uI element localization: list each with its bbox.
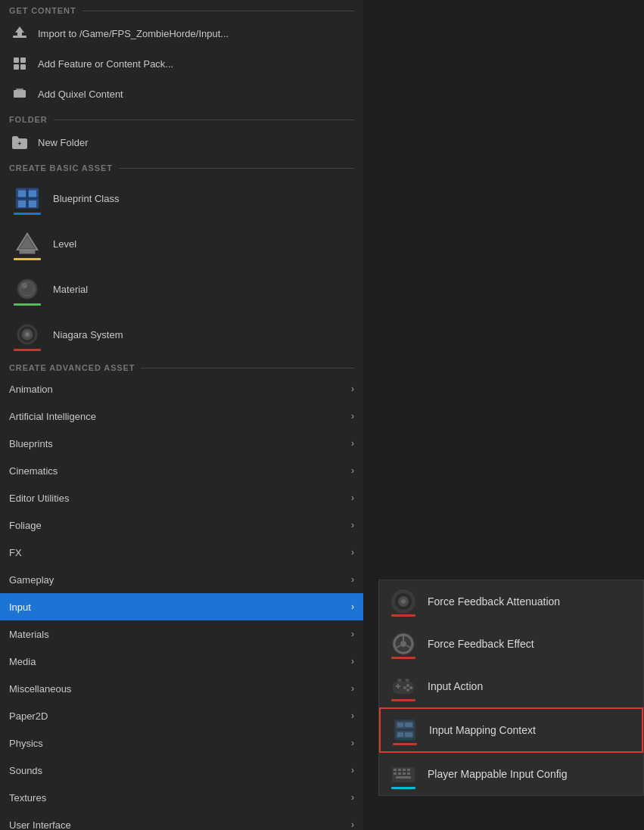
folder-icon: + [9, 132, 30, 153]
materials-chevron: › [351, 629, 354, 639]
sounds-item[interactable]: Sounds › [0, 757, 363, 784]
level-button[interactable]: Level [0, 221, 363, 266]
svg-rect-57 [394, 769, 397, 771]
foliage-label: Foliage [9, 520, 344, 531]
input-mapping-context-item[interactable]: Input Mapping Context [379, 707, 643, 753]
input-item[interactable]: Input › [0, 593, 363, 620]
svg-point-21 [18, 280, 36, 298]
level-label: Level [53, 238, 354, 250]
section-folder: FOLDER [0, 109, 363, 127]
new-folder-button[interactable]: + New Folder [0, 127, 363, 157]
foliage-item[interactable]: Foliage › [0, 511, 363, 539]
gameplay-item[interactable]: Gameplay › [0, 566, 363, 593]
svg-rect-55 [405, 732, 412, 737]
textures-label: Textures [9, 792, 344, 804]
feature-icon [9, 53, 30, 74]
svg-rect-2 [14, 58, 19, 63]
player-mappable-input-config-label: Player Mappable Input Config [428, 768, 567, 780]
section-basic-asset: CREATE BASIC ASSET [0, 157, 363, 176]
cinematics-item[interactable]: Cinematics › [0, 457, 363, 484]
user-interface-label: User Interface [9, 819, 344, 831]
svg-point-36 [400, 641, 406, 647]
section-get-content: GET CONTENT [0, 0, 363, 18]
svg-rect-48 [405, 679, 409, 682]
svg-rect-10 [18, 191, 26, 199]
ai-chevron: › [351, 411, 354, 421]
svg-point-44 [409, 686, 412, 689]
input-mapping-context-label: Input Mapping Context [429, 724, 536, 736]
animation-item[interactable]: Animation › [0, 375, 363, 403]
force-feedback-attenuation-item[interactable]: Force Feedback Attenuation [379, 580, 643, 623]
input-chevron: › [351, 602, 354, 612]
blueprints-label: Blueprints [9, 438, 344, 449]
import-button[interactable]: Import to /Game/FPS_ZombieHorde/Input... [0, 18, 363, 48]
svg-rect-0 [13, 36, 26, 38]
import-label: Import to /Game/FPS_ZombieHorde/Input... [38, 28, 354, 39]
svg-rect-13 [29, 201, 37, 207]
svg-rect-62 [398, 772, 401, 775]
material-label: Material [53, 284, 354, 295]
textures-chevron: › [351, 792, 354, 803]
user-interface-item[interactable]: User Interface › [0, 811, 363, 830]
force-feedback-attenuation-label: Force Feedback Attenuation [428, 595, 560, 608]
input-action-label: Input Action [428, 680, 483, 692]
blueprints-chevron: › [351, 438, 354, 449]
svg-rect-61 [394, 772, 397, 775]
input-action-icon [388, 671, 418, 701]
materials-item[interactable]: Materials › [0, 620, 363, 648]
sounds-chevron: › [351, 765, 354, 776]
foliage-chevron: › [351, 520, 354, 530]
svg-rect-59 [403, 769, 406, 771]
niagara-label: Niagara System [53, 329, 354, 340]
input-submenu: Force Feedback Attenuation Force Feedbac… [378, 580, 644, 796]
svg-text:+: + [17, 140, 21, 148]
physics-item[interactable]: Physics › [0, 729, 363, 757]
import-icon [9, 23, 30, 44]
feature-label: Add Feature or Content Pack... [38, 58, 354, 70]
cinematics-label: Cinematics [9, 465, 344, 477]
svg-rect-52 [397, 723, 403, 727]
media-item[interactable]: Media › [0, 648, 363, 675]
niagara-icon [9, 316, 45, 353]
svg-rect-12 [18, 201, 26, 207]
fx-item[interactable]: FX › [0, 539, 363, 566]
input-action-item[interactable]: Input Action [379, 665, 643, 707]
material-icon [9, 271, 45, 307]
quixel-icon [9, 83, 30, 104]
media-chevron: › [351, 656, 354, 667]
force-feedback-effect-icon [388, 629, 418, 659]
svg-rect-54 [397, 732, 403, 737]
svg-rect-58 [398, 769, 401, 771]
material-button[interactable]: Material [0, 266, 363, 312]
svg-point-45 [406, 689, 409, 692]
paper2d-chevron: › [351, 710, 354, 721]
blueprint-class-button[interactable]: Blueprint Class [0, 176, 363, 221]
player-mappable-input-config-item[interactable]: Player Mappable Input Config [379, 753, 643, 795]
blueprint-icon [9, 180, 45, 216]
blueprints-item[interactable]: Blueprints › [0, 430, 363, 457]
input-mapping-context-icon [390, 715, 420, 745]
misc-item[interactable]: Miscellaneous › [0, 675, 363, 702]
force-feedback-attenuation-icon [388, 586, 418, 617]
player-mappable-input-config-icon [388, 759, 418, 789]
paper2d-item[interactable]: Paper2D › [0, 702, 363, 729]
editor-item[interactable]: Editor Utilities › [0, 484, 363, 511]
animation-label: Animation [9, 384, 344, 395]
misc-chevron: › [351, 683, 354, 694]
svg-rect-65 [396, 776, 411, 779]
svg-rect-63 [403, 772, 406, 775]
svg-rect-47 [397, 679, 402, 682]
section-advanced-asset: CREATE ADVANCED ASSET [0, 357, 363, 375]
add-quixel-button[interactable]: Add Quixel Content [0, 79, 363, 109]
svg-point-33 [401, 599, 406, 604]
niagara-button[interactable]: Niagara System [0, 312, 363, 357]
svg-rect-6 [14, 90, 26, 98]
force-feedback-effect-item[interactable]: Force Feedback Effect [379, 623, 643, 665]
fx-chevron: › [351, 547, 354, 558]
textures-item[interactable]: Textures › [0, 784, 363, 811]
gameplay-chevron: › [351, 574, 354, 585]
svg-rect-64 [407, 772, 410, 775]
ai-item[interactable]: Artificial Intelligence › [0, 403, 363, 430]
advanced-list: Animation › Artificial Intelligence › Bl… [0, 375, 363, 830]
add-feature-button[interactable]: Add Feature or Content Pack... [0, 48, 363, 79]
